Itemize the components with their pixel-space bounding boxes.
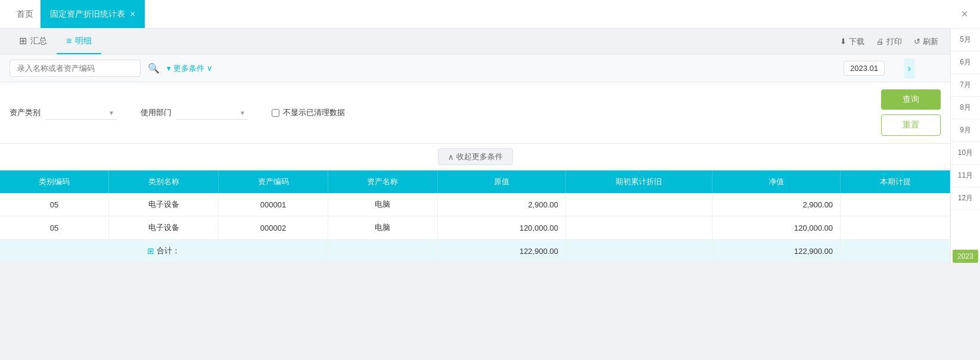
filter-section: 资产类别 ▼ 使用部门 ▼ [0,82,950,144]
cell-category-name: 电子设备 [109,216,219,240]
active-tab[interactable]: 固定资产折旧统计表 × [41,0,145,28]
cell-asset-name: 电脑 [328,193,437,216]
collapse-button[interactable]: ∧ 收起更多条件 [438,148,513,165]
refresh-button[interactable]: ↺ 刷新 [914,36,938,47]
cell-asset-name: 电脑 [328,216,437,240]
print-label: 打印 [886,36,902,47]
download-button[interactable]: ⬇ 下载 [840,36,864,47]
right-panel-month-item[interactable]: 8月 [951,97,980,119]
cell-original-value: 2,900.00 [437,193,565,216]
total-icon: ⊞ [147,246,154,256]
col-asset-code: 资产编码 [219,170,328,193]
more-conditions-button[interactable]: ▾ 更多条件 ∨ [167,63,213,74]
data-table: 类别编码 类别名称 资产编码 资产名称 原值 期初累计折旧 净值 本期计提 05… [0,170,950,263]
top-nav: 首页 固定资产折旧统计表 × × [0,0,980,29]
tab-detail-label: 明细 [75,36,92,46]
chevron-down-icon: ∨ [207,64,213,73]
col-current-dep: 本期计提 [841,170,950,193]
cell-net-value: 2,900.00 [712,193,840,216]
date-badge: 2023.01 [844,61,885,76]
asset-type-select[interactable] [45,105,117,120]
cell-category-name: 电子设备 [109,193,219,216]
refresh-icon: ↺ [914,37,920,46]
hide-cleared-checkbox[interactable] [272,109,279,117]
collapse-icon: ∧ [448,153,454,162]
total-label-cell: ⊞ 合计： [0,240,328,263]
total-net-value: 122,900.00 [712,240,840,263]
tab-bar: ⊞ 汇总 ≡ 明细 ⬇ 下载 🖨 打印 ↺ 刷新 [0,29,950,55]
main-content: ⊞ 汇总 ≡ 明细 ⬇ 下载 🖨 打印 ↺ 刷新 [0,29,950,263]
total-empty [328,240,437,263]
total-accumulated-dep [565,240,712,263]
tab-detail[interactable]: ≡ 明细 [57,29,101,54]
total-text: 合计： [157,246,180,256]
summary-icon: ⊞ [19,35,27,46]
right-panel-month-item[interactable]: 10月 [951,142,980,165]
table-header-row: 类别编码 类别名称 资产编码 资产名称 原值 期初累计折旧 净值 本期计提 [0,170,950,193]
col-category-code: 类别编码 [0,170,109,193]
right-panel-month-item[interactable]: 12月 [951,187,980,210]
cell-original-value: 120,000.00 [437,216,565,240]
department-field: 使用部门 ▼ [141,105,248,120]
cell-category-code: 05 [0,216,109,240]
department-select[interactable] [176,105,248,120]
main-area: ⊞ 汇总 ≡ 明细 ⬇ 下载 🖨 打印 ↺ 刷新 [0,29,980,263]
collapse-label: 收起更多条件 [456,151,503,162]
cell-current-dep [841,193,950,216]
cell-current-dep [841,216,950,240]
refresh-label: 刷新 [923,36,938,47]
table-row: 05 电子设备 000001 电脑 2,900.00 2,900.00 [0,193,950,216]
cell-asset-code: 000002 [219,216,328,240]
filter-icon: ▾ [167,64,171,73]
nav-home[interactable]: 首页 [10,9,41,20]
department-select-wrapper: ▼ [176,105,248,120]
right-panel-months: 5月6月7月8月9月10月11月12月 [951,29,980,210]
asset-type-field: 资产类别 ▼ [10,105,117,120]
right-panel: 5月6月7月8月9月10月11月12月 2023 [950,29,980,263]
hide-cleared-label: 不显示已清理数据 [283,107,345,118]
search-bar: 🔍 ▾ 更多条件 ∨ › 2023.01 [0,55,950,82]
total-original-value: 122,900.00 [437,240,565,263]
reset-button[interactable]: 重置 [881,114,941,136]
tab-summary-label: 汇总 [30,36,47,46]
window-close-button[interactable]: × [961,7,968,21]
cell-net-value: 120,000.00 [712,216,840,240]
download-icon: ⬇ [840,37,847,46]
search-icon[interactable]: 🔍 [148,63,160,74]
date-nav-button[interactable]: › [904,58,914,79]
year-badge: 2023 [953,250,978,263]
print-button[interactable]: 🖨 打印 [876,36,902,47]
table-row: 05 电子设备 000002 电脑 120,000.00 120,000.00 [0,216,950,240]
download-label: 下载 [849,36,864,47]
tab-close-icon[interactable]: × [130,9,135,20]
right-panel-month-item[interactable]: 5月 [951,29,980,51]
department-label: 使用部门 [141,107,172,118]
filter-actions: 查询 重置 [881,89,941,136]
tab-title: 固定资产折旧统计表 [50,9,125,20]
right-panel-month-item[interactable]: 11月 [951,165,980,187]
query-button[interactable]: 查询 [881,89,941,110]
total-current-dep [841,240,950,263]
cell-accumulated-dep [565,193,712,216]
hide-cleared-field: 不显示已清理数据 [272,107,345,118]
right-panel-month-item[interactable]: 7月 [951,74,980,97]
toolbar-right: ⬇ 下载 🖨 打印 ↺ 刷新 [840,36,938,47]
right-panel-month-item[interactable]: 9月 [951,119,980,142]
asset-type-select-wrapper: ▼ [45,105,117,120]
more-conditions-label: 更多条件 [173,63,204,74]
asset-type-label: 资产类别 [10,107,41,118]
print-icon: 🖨 [876,37,884,46]
right-panel-month-item[interactable]: 6月 [951,51,980,74]
collapse-bar: ∧ 收起更多条件 [0,144,950,170]
table-total-row: ⊞ 合计： 122,900.00 122,900.00 [0,240,950,263]
col-original-value: 原值 [437,170,565,193]
col-accumulated-dep: 期初累计折旧 [565,170,712,193]
cell-accumulated-dep [565,216,712,240]
tab-summary[interactable]: ⊞ 汇总 [10,29,57,54]
col-asset-name: 资产名称 [328,170,437,193]
search-input[interactable] [10,60,141,77]
col-net-value: 净值 [712,170,840,193]
cell-category-code: 05 [0,193,109,216]
cell-asset-code: 000001 [219,193,328,216]
table-wrapper: 类别编码 类别名称 资产编码 资产名称 原值 期初累计折旧 净值 本期计提 05… [0,170,950,263]
